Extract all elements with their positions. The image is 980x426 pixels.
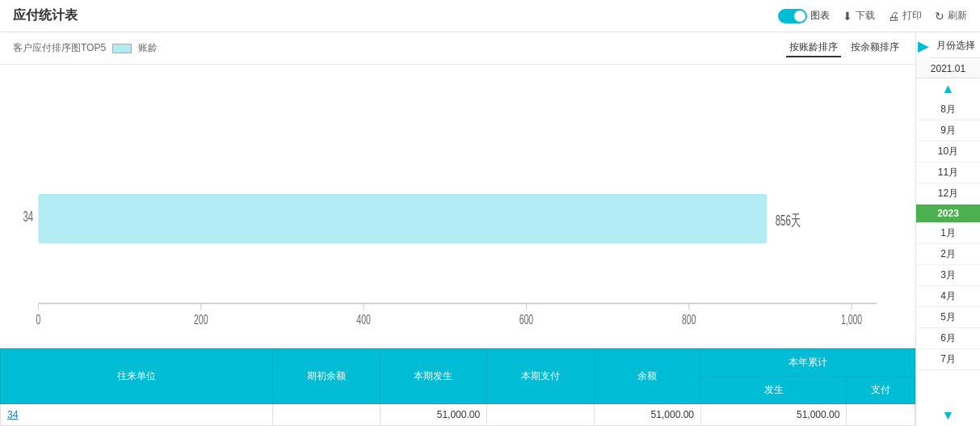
print-button[interactable]: 🖨 打印 <box>888 9 922 23</box>
print-label: 打印 <box>902 9 922 23</box>
cell-payment <box>487 404 594 426</box>
sidebar-month-5[interactable]: 5月 <box>916 307 980 328</box>
print-icon: 🖨 <box>888 10 899 23</box>
sidebar-month-12[interactable]: 12月 <box>916 183 980 205</box>
table-row: 34 51,000.00 51,000.00 51,000.00 <box>1 404 915 426</box>
svg-text:1,000: 1,000 <box>841 311 862 327</box>
sidebar-month-7[interactable]: 7月 <box>916 349 980 370</box>
sidebar-months: 8月 9月 10月 11月 12月 2023 1月 2月 3月 4月 5月 6月… <box>916 99 980 405</box>
sidebar-month-10[interactable]: 10月 <box>916 141 980 162</box>
refresh-label: 刷新 <box>948 9 967 23</box>
sidebar-month-11[interactable]: 11月 <box>916 162 980 183</box>
th-ytd-occurrence: 发生 <box>701 377 847 404</box>
sidebar: ▶ 月份选择 2021.01 ▲ 8月 9月 10月 11月 12月 2023 … <box>915 32 980 426</box>
sidebar-up-button[interactable]: ▲ <box>916 78 980 99</box>
chart-svg: 34 856天 0 200 400 600 800 <box>13 71 902 344</box>
sidebar-month-3[interactable]: 3月 <box>916 265 980 286</box>
sidebar-month-1[interactable]: 1月 <box>916 223 980 244</box>
chart-toggle[interactable]: 图表 <box>778 9 830 23</box>
refresh-icon: ↻ <box>935 10 944 23</box>
toggle-label: 图表 <box>810 9 830 23</box>
data-table-container: 往来单位 期初余额 本期发生 本期支付 余额 本年累计 发生 支付 <box>0 348 915 426</box>
legend-title: 客户应付排序图TOP5 <box>13 41 106 55</box>
svg-text:800: 800 <box>682 311 696 327</box>
download-button[interactable]: ⬇ 下载 <box>843 9 875 23</box>
sidebar-month-6[interactable]: 6月 <box>916 328 980 349</box>
svg-text:856天: 856天 <box>776 212 800 228</box>
data-table: 往来单位 期初余额 本期发生 本期支付 余额 本年累计 发生 支付 <box>0 348 915 426</box>
sidebar-month-2[interactable]: 2月 <box>916 244 980 265</box>
download-icon: ⬇ <box>843 10 852 23</box>
th-ytd-group: 本年累计 <box>701 349 915 377</box>
th-payment: 本期支付 <box>487 349 594 404</box>
cell-unit[interactable]: 34 <box>1 404 273 426</box>
svg-text:400: 400 <box>356 311 371 327</box>
svg-rect-1 <box>38 194 767 243</box>
th-ytd-payment: 支付 <box>847 377 915 404</box>
sidebar-year-input[interactable]: 2021.01 <box>916 60 980 78</box>
th-opening: 期初余额 <box>273 349 380 404</box>
svg-text:200: 200 <box>194 311 208 327</box>
svg-text:600: 600 <box>519 311 534 327</box>
cell-ytd-payment <box>847 404 915 426</box>
cell-occurrence: 51,000.00 <box>380 404 486 426</box>
sidebar-label: 月份选择 <box>931 34 980 58</box>
sidebar-month-8[interactable]: 8月 <box>916 99 980 120</box>
th-balance: 余额 <box>594 349 700 404</box>
sidebar-down-button[interactable]: ▼ <box>916 405 980 426</box>
download-label: 下载 <box>856 9 875 23</box>
sidebar-month-4[interactable]: 4月 <box>916 286 980 307</box>
cell-ytd-occurrence: 51,000.00 <box>701 404 847 426</box>
legend-box-label: 账龄 <box>138 41 158 55</box>
sort-tabs: 按账龄排序 按余额排序 <box>786 39 902 57</box>
sidebar-expand-icon[interactable]: ▶ <box>916 32 931 60</box>
svg-text:0: 0 <box>36 311 41 327</box>
th-unit: 往来单位 <box>1 349 273 404</box>
sidebar-month-9[interactable]: 9月 <box>916 120 980 141</box>
th-occurrence: 本期发生 <box>380 349 486 404</box>
cell-balance: 51,000.00 <box>594 404 700 426</box>
toggle-track <box>778 9 807 23</box>
legend-box <box>112 44 132 53</box>
toggle-thumb <box>794 11 805 22</box>
page-title: 应付统计表 <box>13 7 78 24</box>
sidebar-year-badge: 2023 <box>916 205 980 223</box>
refresh-button[interactable]: ↻ 刷新 <box>935 9 967 23</box>
svg-text:34: 34 <box>23 208 33 224</box>
sort-tab-balance[interactable]: 按余额排序 <box>848 39 902 57</box>
chart-canvas: 34 856天 0 200 400 600 800 <box>0 65 915 348</box>
cell-opening <box>273 404 380 426</box>
sort-tab-age[interactable]: 按账龄排序 <box>786 39 841 57</box>
